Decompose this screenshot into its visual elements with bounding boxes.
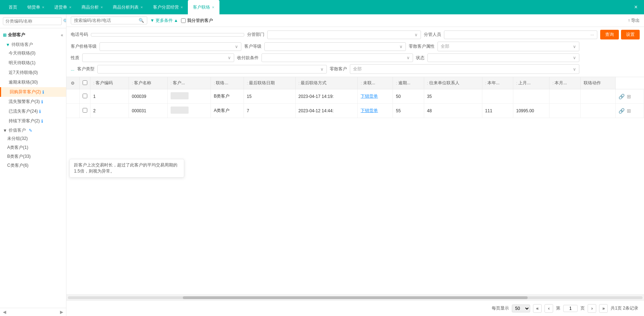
scrollbar-thumb[interactable] bbox=[183, 296, 528, 299]
nav-product-analysis[interactable]: 商品分析 × bbox=[77, 0, 108, 14]
row2-last-method-link[interactable]: 下销货单 bbox=[361, 108, 378, 113]
row2-contact-person: 111 bbox=[482, 104, 513, 118]
sidebar-item-7days[interactable]: 近7天待联络(0) bbox=[0, 68, 66, 77]
status-arrow: ∨ bbox=[573, 55, 576, 60]
horizontal-scrollbar-area[interactable] bbox=[66, 294, 644, 300]
retail-attr-label: 零散客户属性 bbox=[409, 43, 435, 49]
scrollbar-track[interactable] bbox=[68, 296, 643, 299]
status-field[interactable]: ∨ bbox=[427, 53, 579, 62]
filter-search-input[interactable] bbox=[74, 18, 139, 23]
row1-last-method-link[interactable]: 下销货单 bbox=[361, 94, 378, 99]
filter-search-box[interactable]: 🔍 bbox=[71, 16, 147, 24]
person-field[interactable]: ··· bbox=[444, 30, 597, 39]
churned-info-icon[interactable]: ℹ bbox=[39, 109, 41, 114]
sidebar-item-tomorrow[interactable]: 明天待联络(1) bbox=[0, 58, 66, 68]
sidebar-nav-right[interactable]: ▶ bbox=[60, 310, 63, 315]
repurchase-abnormal-info-icon[interactable]: ℹ bbox=[42, 90, 44, 95]
sidebar-nav-arrows: ◀ ▶ bbox=[0, 308, 66, 316]
filter-search-icon[interactable]: 🔍 bbox=[139, 18, 144, 23]
filter-row-3: 性质 ∨ 收付款条件 ∨ 状态 ∨ bbox=[71, 53, 640, 62]
retail-attr-field[interactable]: 全部 ∨ bbox=[437, 42, 579, 51]
row1-link-icon[interactable]: 🔗 bbox=[618, 94, 625, 99]
close-all-button[interactable]: × bbox=[631, 4, 640, 10]
nav-purchase-close[interactable]: × bbox=[69, 5, 71, 9]
sidebar-item-ungrouped[interactable]: 未分组(32) bbox=[0, 134, 66, 143]
row1-select-checkbox[interactable] bbox=[83, 94, 87, 98]
nav-customer-segment[interactable]: 客户分层经营 × bbox=[148, 0, 188, 14]
row2-last-month bbox=[550, 104, 580, 118]
sidebar-item-churn-warning[interactable]: 流失预警客户(3) ℹ bbox=[0, 97, 66, 107]
sidebar-item-class-b[interactable]: B类客户(33) bbox=[0, 152, 66, 161]
sidebar-item-declining[interactable]: 持续下滑客户(2) ℹ bbox=[0, 116, 66, 126]
nav-home[interactable]: 首页 bbox=[4, 0, 22, 14]
payment-field[interactable]: ∨ bbox=[261, 53, 413, 62]
nav-customer-contact-close[interactable]: × bbox=[212, 5, 214, 9]
row1-checkbox[interactable] bbox=[79, 89, 90, 104]
nav-sales[interactable]: 销货单 × bbox=[22, 0, 49, 14]
price-grade-field[interactable]: ∨ bbox=[99, 42, 241, 51]
export-button[interactable]: ↑ 导出 bbox=[628, 18, 640, 24]
filter-more-button[interactable]: ▼ 更多条件 ▲ bbox=[150, 18, 178, 24]
row2-select-checkbox[interactable] bbox=[83, 108, 87, 113]
row2-settings bbox=[66, 104, 79, 118]
churn-warning-info-icon[interactable]: ℹ bbox=[41, 99, 43, 104]
query-button[interactable]: 查询 bbox=[600, 30, 619, 39]
col-last-method: : 最后联络方式 bbox=[295, 77, 357, 89]
col-settings[interactable]: ⚙ bbox=[66, 77, 79, 89]
nav-sales-close[interactable]: × bbox=[42, 5, 44, 9]
row1-grid-icon[interactable]: ⊞ bbox=[627, 94, 631, 99]
my-customer-checkbox[interactable] bbox=[181, 18, 186, 23]
col-checkbox bbox=[79, 77, 90, 89]
customer-type-field[interactable]: ∨ bbox=[97, 65, 327, 74]
last-page-button[interactable]: » bbox=[599, 304, 608, 313]
more-filter-link[interactable]: ... bbox=[71, 67, 74, 72]
sidebar-item-today[interactable]: 今天待联络(0) bbox=[0, 48, 66, 58]
next-page-button[interactable]: › bbox=[588, 304, 596, 313]
nav-product-list-close[interactable]: × bbox=[140, 5, 143, 9]
row2-checkbox[interactable] bbox=[79, 104, 90, 118]
per-page-label: 每页显示 bbox=[492, 305, 509, 311]
churn-warning-label: 流失预警客户(3) bbox=[9, 99, 40, 105]
nav-product-list[interactable]: 商品分析列表 × bbox=[108, 0, 148, 14]
nav-product-analysis-close[interactable]: × bbox=[101, 5, 103, 9]
nav-home-label: 首页 bbox=[9, 4, 17, 10]
page-input[interactable] bbox=[563, 305, 578, 312]
row2-grid-icon[interactable]: ⊞ bbox=[627, 108, 631, 114]
first-page-button[interactable]: « bbox=[533, 304, 542, 313]
sidebar-search-icon[interactable]: 🔍 bbox=[63, 19, 66, 24]
phone-field[interactable] bbox=[91, 33, 244, 37]
customer-grade-field[interactable]: ∨ bbox=[264, 42, 406, 51]
nav-purchase[interactable]: 进货单 × bbox=[49, 0, 76, 14]
select-all-checkbox[interactable] bbox=[83, 80, 87, 85]
customer-table: ⚙ : 客户编码 : bbox=[66, 77, 644, 118]
sidebar-item-repurchase-abnormal[interactable]: 回购异常客户(2) ℹ bbox=[0, 87, 66, 97]
sidebar-item-class-c[interactable]: C类客户(6) bbox=[0, 161, 66, 170]
retail-customer-field[interactable]: 全部 ∨ bbox=[350, 64, 579, 74]
row2-this-year: 10995.00 bbox=[513, 104, 549, 118]
declining-info-icon[interactable]: ℹ bbox=[41, 119, 43, 124]
sidebar-nav-left[interactable]: ◀ bbox=[3, 310, 6, 315]
all-customers-header[interactable]: ⊞ 全部客户 « bbox=[0, 30, 66, 40]
nav-customer-segment-close[interactable]: × bbox=[181, 5, 183, 9]
retail-customer-value: 全部 bbox=[353, 66, 571, 72]
filter-my-customer[interactable]: 我分管的客户 bbox=[181, 18, 213, 24]
sidebar-item-class-a[interactable]: A类客户(1) bbox=[0, 143, 66, 152]
header-grade-label: 客户... bbox=[173, 80, 185, 86]
sidebar-item-overdue[interactable]: 逾期未联络(30) bbox=[0, 77, 66, 87]
row2-link-icon[interactable]: 🔗 bbox=[618, 108, 625, 114]
per-page-select[interactable]: 50 100 200 bbox=[512, 305, 530, 312]
sidebar-search-input[interactable] bbox=[3, 17, 62, 25]
value-edit-icon[interactable]: ✎ bbox=[29, 128, 32, 133]
sidebar-item-churned[interactable]: 已流失客户(24) ℹ bbox=[0, 107, 66, 116]
nav-customer-contact[interactable]: 客户联络 × bbox=[188, 0, 219, 14]
settings-gear-icon[interactable]: ⚙ bbox=[71, 81, 75, 86]
row1-overdue-value: 35 bbox=[427, 94, 432, 99]
row1-this-month bbox=[580, 89, 616, 104]
row1-grade: B类客户 bbox=[211, 89, 244, 104]
settings-button[interactable]: 设置 bbox=[621, 30, 640, 39]
gender-field[interactable]: ∨ bbox=[82, 53, 234, 62]
dept-field[interactable]: ∨ bbox=[267, 30, 421, 39]
row1-overdue: 35 bbox=[424, 89, 482, 104]
prev-page-button[interactable]: ‹ bbox=[545, 304, 553, 313]
collapse-button[interactable]: « bbox=[61, 33, 63, 38]
